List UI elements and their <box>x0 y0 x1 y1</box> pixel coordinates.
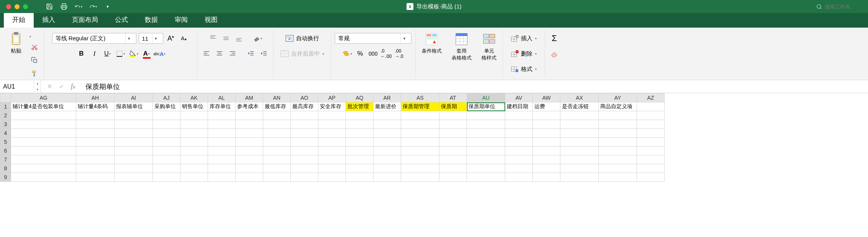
cell-AX6[interactable] <box>560 146 599 155</box>
cell-AK2[interactable] <box>180 111 208 120</box>
name-box-input[interactable] <box>0 83 34 90</box>
search-sheet[interactable] <box>816 3 863 10</box>
cell-AP8[interactable] <box>318 164 346 173</box>
cell-AT5[interactable] <box>439 138 467 146</box>
search-input[interactable] <box>824 3 863 10</box>
cell-AK3[interactable] <box>180 120 208 129</box>
cell-AR3[interactable] <box>373 120 401 129</box>
cell-AZ6[interactable] <box>637 146 665 155</box>
cell-AS8[interactable] <box>401 164 439 173</box>
cell-AQ6[interactable] <box>346 146 373 155</box>
number-format-input[interactable] <box>335 35 400 42</box>
cell-AZ2[interactable] <box>637 111 665 120</box>
font-size-combo[interactable]: ▾ <box>139 33 163 44</box>
italic-button[interactable]: I <box>89 49 100 59</box>
formula-input[interactable] <box>82 82 868 91</box>
decrease-decimal-button[interactable]: .00→.0 <box>394 49 405 59</box>
cell-AJ6[interactable] <box>153 146 180 155</box>
cell-AO1[interactable]: 最高库存 <box>291 102 318 111</box>
cell-AH4[interactable] <box>76 129 115 138</box>
cell-AP7[interactable] <box>318 155 346 164</box>
format-painter-button[interactable] <box>29 68 40 78</box>
cell-AV3[interactable] <box>505 120 533 129</box>
cell-AZ3[interactable] <box>637 120 665 129</box>
cell-AQ8[interactable] <box>346 164 373 173</box>
cell-AG9[interactable] <box>11 173 76 182</box>
cell-AZ5[interactable] <box>637 138 665 146</box>
cell-AX5[interactable] <box>560 138 599 146</box>
row-header-8[interactable]: 8 <box>0 164 11 173</box>
row-header-4[interactable]: 4 <box>0 129 11 138</box>
cell-AN7[interactable] <box>263 155 291 164</box>
row-header-6[interactable]: 6 <box>0 146 11 155</box>
cell-AU1[interactable]: 保质期单位 <box>467 102 505 111</box>
tab-formulas[interactable]: 公式 <box>106 12 136 28</box>
cell-AW1[interactable]: 运费 <box>533 102 560 111</box>
cell-AH8[interactable] <box>76 164 115 173</box>
cell-AK9[interactable] <box>180 173 208 182</box>
minimize-window-button[interactable] <box>15 4 20 9</box>
cell-AN4[interactable] <box>263 129 291 138</box>
cell-AI2[interactable] <box>115 111 153 120</box>
cancel-formula-button[interactable]: ✕ <box>47 83 52 90</box>
cell-AX7[interactable] <box>560 155 599 164</box>
row-header-7[interactable]: 7 <box>0 155 11 164</box>
print-icon[interactable] <box>60 3 68 10</box>
cell-AU7[interactable] <box>467 155 505 164</box>
cell-AQ7[interactable] <box>346 155 373 164</box>
close-window-button[interactable] <box>6 4 11 9</box>
increase-decimal-button[interactable]: .0←.00 <box>381 49 391 59</box>
cell-AU4[interactable] <box>467 129 505 138</box>
comma-button[interactable]: 000 <box>368 49 378 59</box>
cell-AV8[interactable] <box>505 164 533 173</box>
cell-AM2[interactable] <box>236 111 263 120</box>
column-header-AJ[interactable]: AJ <box>153 94 180 102</box>
cell-AN1[interactable]: 最低库存 <box>263 102 291 111</box>
column-header-AQ[interactable]: AQ <box>346 94 373 102</box>
cell-AY4[interactable] <box>599 129 637 138</box>
cell-AS4[interactable] <box>401 129 439 138</box>
dropdown-indicator-icon[interactable]: ▾ <box>29 32 40 39</box>
tab-view[interactable]: 视图 <box>196 12 226 28</box>
cell-AV6[interactable] <box>505 146 533 155</box>
cell-AT1[interactable]: 保质期 <box>439 102 467 111</box>
column-header-AW[interactable]: AW <box>533 94 560 102</box>
cell-AL8[interactable] <box>208 164 236 173</box>
cell-AN6[interactable] <box>263 146 291 155</box>
cell-AW5[interactable] <box>533 138 560 146</box>
cell-AX3[interactable] <box>560 120 599 129</box>
name-box[interactable]: ▴▾ <box>0 80 41 93</box>
autosum-button[interactable]: Σ <box>549 33 560 43</box>
cell-AK7[interactable] <box>180 155 208 164</box>
chevron-down-icon[interactable]: ▾ <box>125 33 133 43</box>
format-cells-button[interactable]: 格式▾ <box>511 61 537 77</box>
cell-AT7[interactable] <box>439 155 467 164</box>
cell-AT3[interactable] <box>439 120 467 129</box>
cell-AO4[interactable] <box>291 129 318 138</box>
cell-AL4[interactable] <box>208 129 236 138</box>
cell-AQ3[interactable] <box>346 120 373 129</box>
increase-indent-button[interactable] <box>259 49 269 59</box>
cell-AV5[interactable] <box>505 138 533 146</box>
tab-review[interactable]: 审阅 <box>166 12 196 28</box>
cell-AZ4[interactable] <box>637 129 665 138</box>
cell-AZ9[interactable] <box>637 173 665 182</box>
column-header-AX[interactable]: AX <box>560 94 599 102</box>
cell-AQ4[interactable] <box>346 129 373 138</box>
row-header-5[interactable]: 5 <box>0 138 11 146</box>
cell-AH6[interactable] <box>76 146 115 155</box>
cell-AU5[interactable] <box>467 138 505 146</box>
cell-AZ8[interactable] <box>637 164 665 173</box>
tab-insert[interactable]: 插入 <box>34 12 64 28</box>
name-box-stepper[interactable]: ▴▾ <box>34 81 41 93</box>
cell-AG7[interactable] <box>11 155 76 164</box>
border-button[interactable]: ▾ <box>115 49 126 59</box>
cell-AK4[interactable] <box>180 129 208 138</box>
cell-AI1[interactable]: 报表辅单位 <box>115 102 153 111</box>
cell-AW3[interactable] <box>533 120 560 129</box>
cell-AT6[interactable] <box>439 146 467 155</box>
cell-AL1[interactable]: 库存单位 <box>208 102 236 111</box>
cell-AJ1[interactable]: 采购单位 <box>153 102 180 111</box>
cell-AL5[interactable] <box>208 138 236 146</box>
fill-color-button[interactable]: ▾ <box>128 49 139 59</box>
